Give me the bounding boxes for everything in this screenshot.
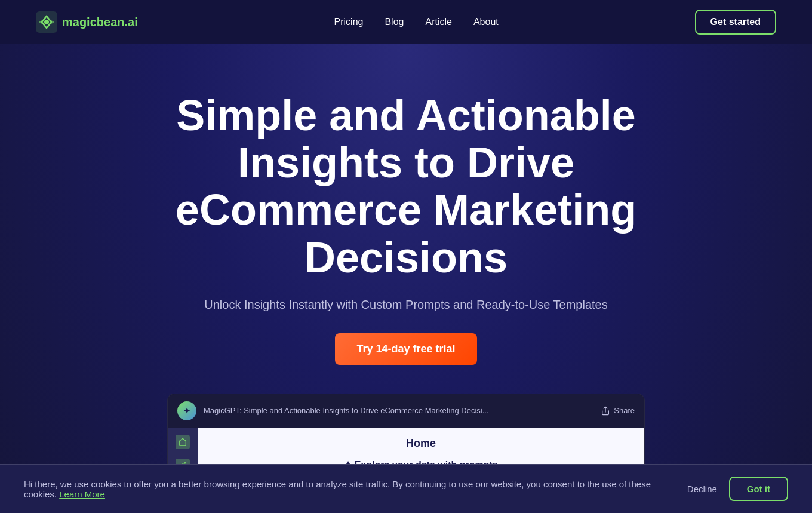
- hero-subtitle: Unlock Insights Instantly with Custom Pr…: [36, 298, 776, 312]
- navbar: magicbean.ai Pricing Blog Article About …: [0, 0, 812, 44]
- hero-section: Simple and Actionable Insights to Drive …: [0, 44, 812, 513]
- nav-links: Pricing Blog Article About: [334, 17, 499, 27]
- svg-point-1: [44, 20, 49, 24]
- nav-article[interactable]: Article: [425, 17, 451, 27]
- cookie-banner: Hi there, we use cookies to offer you a …: [0, 464, 812, 513]
- share-icon: [601, 406, 610, 416]
- nav-blog[interactable]: Blog: [385, 17, 404, 27]
- logo-icon: [36, 11, 57, 33]
- logo-text: magicbean.ai: [62, 16, 138, 29]
- cookie-buttons: Decline Got it: [687, 477, 788, 501]
- nav-pricing[interactable]: Pricing: [334, 17, 364, 27]
- hero-title: Simple and Actionable Insights to Drive …: [137, 92, 675, 281]
- app-home-label: Home: [207, 437, 635, 450]
- cookie-message: Hi there, we use cookies to offer you a …: [24, 479, 663, 499]
- learn-more-link[interactable]: Learn More: [59, 489, 105, 499]
- got-it-button[interactable]: Got it: [729, 477, 788, 501]
- logo[interactable]: magicbean.ai: [36, 11, 138, 33]
- decline-button[interactable]: Decline: [687, 484, 717, 494]
- video-share-button[interactable]: Share: [601, 406, 635, 416]
- video-title: MagicGPT: Simple and Actionable Insights…: [204, 406, 489, 415]
- sidebar-home-icon: [176, 435, 190, 449]
- video-channel-icon: ✦: [177, 401, 196, 420]
- trial-button[interactable]: Try 14-day free trial: [335, 333, 476, 365]
- get-started-button[interactable]: Get started: [695, 10, 776, 35]
- video-header-left: ✦ MagicGPT: Simple and Actionable Insigh…: [177, 401, 489, 420]
- nav-about[interactable]: About: [473, 17, 499, 27]
- video-header: ✦ MagicGPT: Simple and Actionable Insigh…: [168, 394, 644, 428]
